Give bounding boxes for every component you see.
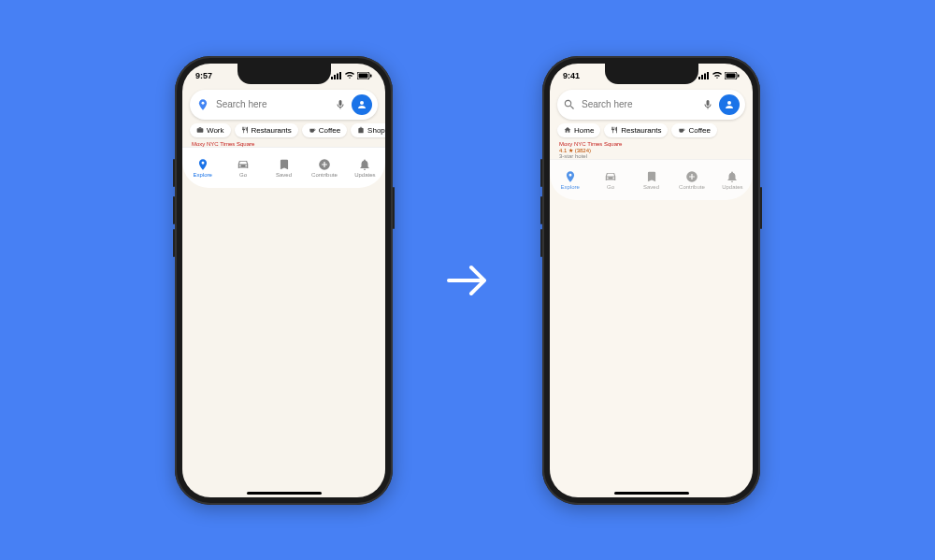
- svg-point-7: [202, 101, 205, 104]
- nav-updates[interactable]: Updates: [712, 160, 753, 200]
- phone-before: 9:57 Search here Work Restaurants Coffee…: [175, 56, 393, 505]
- car-icon: [237, 158, 250, 171]
- svg-point-16: [727, 101, 731, 105]
- wifi-icon: [344, 72, 355, 79]
- signal-icon: [331, 72, 342, 79]
- nav-contribute[interactable]: Contribute: [671, 160, 712, 200]
- nav-go[interactable]: Go: [590, 160, 630, 200]
- phone-after: 9:41 Search here Home Restaurants Coffee…: [542, 56, 760, 505]
- pin-icon: [564, 170, 577, 183]
- svg-rect-0: [331, 77, 333, 79]
- coffee-icon: [678, 126, 685, 134]
- search-bar[interactable]: Search here: [190, 90, 378, 120]
- nav-updates[interactable]: Updates: [345, 148, 385, 188]
- plus-circle-icon: [318, 158, 331, 171]
- avatar[interactable]: [719, 94, 740, 115]
- home-indicator: [247, 492, 322, 495]
- bottom-nav: Explore Go Saved Contribute Updates: [550, 159, 753, 200]
- search-placeholder: Search here: [216, 99, 329, 109]
- restaurant-icon: [241, 126, 249, 134]
- svg-rect-3: [339, 72, 341, 79]
- svg-rect-2: [337, 73, 338, 79]
- status-icons: [698, 72, 740, 79]
- home-indicator: [614, 492, 689, 495]
- nav-explore[interactable]: Explore: [182, 148, 223, 188]
- wifi-icon: [712, 72, 723, 79]
- signal-icon: [698, 72, 710, 79]
- bag-icon: [357, 126, 365, 134]
- nav-explore[interactable]: Explore: [550, 160, 590, 200]
- svg-rect-15: [738, 74, 740, 77]
- chip-restaurants[interactable]: Restaurants: [604, 123, 668, 137]
- nav-saved[interactable]: Saved: [264, 148, 304, 188]
- clock: 9:57: [195, 71, 212, 80]
- svg-rect-6: [370, 74, 372, 77]
- search-icon: [563, 98, 576, 111]
- chip-coffee[interactable]: Coffee: [671, 123, 716, 137]
- screen: 9:41 Search here Home Restaurants Coffee…: [550, 64, 753, 497]
- mic-icon[interactable]: [335, 99, 346, 110]
- screen: 9:57 Search here Work Restaurants Coffee…: [182, 64, 385, 497]
- bottom-nav: Explore Go Saved Contribute Updates: [182, 147, 385, 188]
- svg-rect-12: [707, 72, 709, 79]
- chip-coffee[interactable]: Coffee: [302, 123, 347, 137]
- bell-icon: [726, 170, 739, 183]
- notch: [237, 64, 331, 84]
- chip-home[interactable]: Home: [557, 123, 600, 137]
- bookmark-icon: [278, 158, 291, 171]
- battery-icon: [725, 72, 740, 79]
- svg-rect-1: [334, 75, 336, 79]
- chip-work[interactable]: Work: [190, 123, 231, 137]
- battery-icon: [357, 72, 372, 79]
- category-chips: Home Restaurants Coffee: [550, 123, 753, 141]
- pin-icon: [196, 158, 209, 171]
- arrow-icon: [439, 252, 496, 309]
- notch: [605, 64, 698, 84]
- svg-rect-9: [698, 77, 700, 79]
- nav-contribute[interactable]: Contribute: [304, 148, 344, 188]
- svg-rect-14: [726, 73, 736, 78]
- bell-icon: [358, 158, 371, 171]
- clock: 9:41: [563, 71, 580, 80]
- home-icon: [564, 126, 571, 134]
- chip-restaurants[interactable]: Restaurants: [235, 123, 298, 137]
- category-chips: Work Restaurants Coffee Shopping: [182, 123, 385, 141]
- avatar[interactable]: [352, 94, 372, 115]
- restaurant-icon: [611, 126, 618, 134]
- svg-rect-10: [701, 75, 703, 79]
- nav-saved[interactable]: Saved: [631, 160, 671, 200]
- plus-circle-icon: [685, 170, 698, 183]
- current-location-block: Moxy NYC Times Square 4.1 ★ (3824) 3-sta…: [550, 141, 753, 159]
- search-placeholder: Search here: [582, 99, 697, 109]
- svg-rect-11: [704, 73, 706, 79]
- maps-logo-icon: [195, 97, 210, 112]
- briefcase-icon: [196, 126, 204, 134]
- status-icons: [331, 72, 372, 79]
- car-icon: [604, 170, 617, 183]
- nav-go[interactable]: Go: [223, 148, 263, 188]
- chip-shopping[interactable]: Shopping: [351, 123, 385, 137]
- bookmark-icon: [645, 170, 658, 183]
- coffee-icon: [309, 126, 316, 134]
- current-location: Moxy NYC Times Square: [182, 141, 385, 147]
- mic-icon[interactable]: [702, 99, 713, 110]
- svg-rect-5: [359, 73, 368, 78]
- svg-point-8: [360, 101, 364, 105]
- search-bar[interactable]: Search here: [557, 90, 745, 120]
